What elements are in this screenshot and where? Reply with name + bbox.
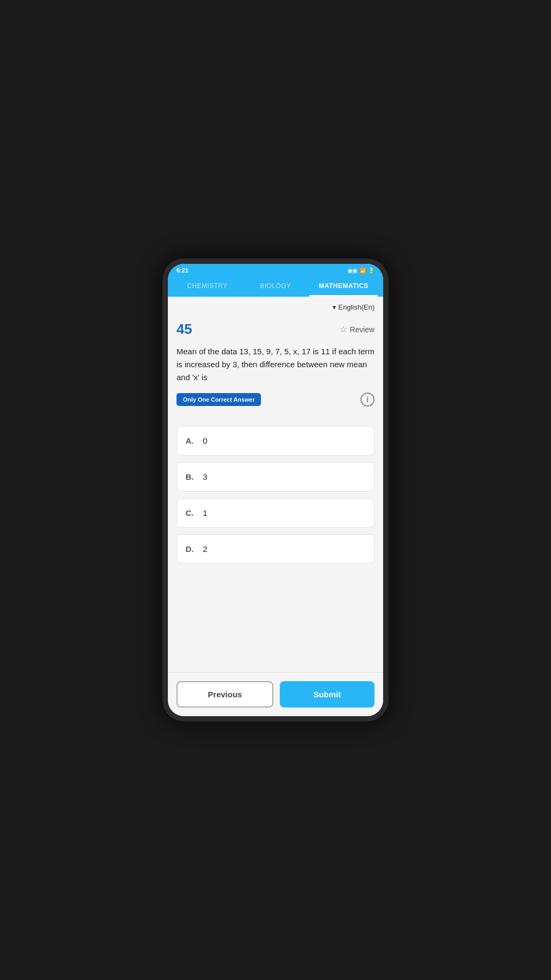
star-icon: ☆ (340, 324, 347, 334)
option-c[interactable]: C. 1 (176, 498, 375, 528)
question-text: Mean of the data 13, 15, 9, 7, 5, x, 17 … (176, 345, 375, 384)
options-list: A. 0 B. 3 C. 1 D. 2 (168, 426, 383, 564)
chevron-down-icon: ▾ (333, 303, 336, 311)
battery-icon: 🔋 (368, 268, 375, 274)
option-d-label: D. (186, 544, 196, 554)
option-a-value: 0 (203, 436, 207, 445)
submit-button[interactable]: Submit (280, 681, 375, 708)
phone-screen: 6:21 ▣▣ 📶 🔋 CHEMISTRY BIOLOGY MATHEMATIC… (168, 264, 383, 716)
option-b-value: 3 (203, 472, 207, 481)
info-icon[interactable]: i (361, 393, 375, 407)
language-row: ▾ English(En) (168, 297, 383, 316)
option-d[interactable]: D. 2 (176, 534, 375, 564)
answer-type-badge: Only One Correct Answer (176, 393, 261, 406)
review-button[interactable]: ☆ Review (340, 324, 375, 334)
option-d-value: 2 (203, 544, 207, 554)
option-b[interactable]: B. 3 (176, 462, 375, 492)
option-b-label: B. (186, 472, 196, 481)
tab-biology[interactable]: BIOLOGY (242, 277, 310, 297)
question-section: 45 ☆ Review Mean of the data 13, 15, 9, … (168, 316, 383, 426)
option-c-label: C. (186, 508, 196, 517)
language-label: English(En) (338, 303, 375, 311)
status-time: 6:21 (176, 267, 188, 274)
previous-button[interactable]: Previous (176, 681, 273, 708)
option-a[interactable]: A. 0 (176, 426, 375, 456)
tab-mathematics[interactable]: MATHEMATICS (309, 277, 378, 297)
bottom-nav: Previous Submit (168, 672, 383, 716)
tab-chemistry[interactable]: CHEMISTRY (173, 277, 242, 297)
question-number: 45 (176, 321, 192, 338)
tabs-bar: CHEMISTRY BIOLOGY MATHEMATICS (168, 277, 383, 297)
language-selector[interactable]: ▾ English(En) (333, 303, 375, 311)
signal-icon: ▣▣ (348, 268, 357, 274)
option-c-value: 1 (203, 508, 207, 517)
option-a-label: A. (186, 436, 196, 445)
status-icons: ▣▣ 📶 🔋 (348, 268, 375, 274)
phone-frame: 6:21 ▣▣ 📶 🔋 CHEMISTRY BIOLOGY MATHEMATIC… (163, 258, 388, 722)
answer-type-row: Only One Correct Answer i (176, 393, 375, 407)
question-header: 45 ☆ Review (176, 321, 375, 338)
review-label: Review (350, 325, 375, 334)
wifi-icon: 📶 (359, 268, 366, 274)
status-bar: 6:21 ▣▣ 📶 🔋 (168, 264, 383, 277)
content-area: ▾ English(En) 45 ☆ Review Mean of the da… (168, 297, 383, 672)
